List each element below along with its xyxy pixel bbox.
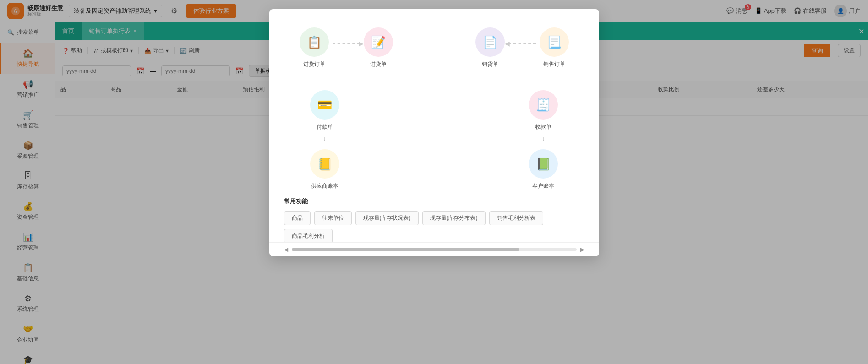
flow-row-2: 💳 付款单 ↓ 📒 供应商账本 <box>284 83 584 197</box>
payment-icon: 💳 <box>317 98 332 112</box>
main-area: 🔍 搜索菜单 🏠 快捷导航 📢 营销推广 🛒 销售管理 📦 采购管理 <box>0 22 868 364</box>
v-arrow-receipt: ↓ <box>476 76 506 83</box>
v-arrow-payment: ↓ <box>363 76 392 83</box>
sales-bill-node[interactable]: 📄 销货单 <box>472 22 508 76</box>
scroll-left-arrow[interactable]: ◀ <box>284 246 288 253</box>
v-arrow-customer: ↓ <box>542 135 545 142</box>
purchase-bill-circle: 📝 <box>364 27 393 57</box>
sales-bill-circle: 📄 <box>475 27 505 57</box>
scroll-thumb[interactable] <box>292 248 520 251</box>
scroll-track <box>292 248 577 251</box>
payment-circle: 💳 <box>310 90 339 120</box>
v-arrows-row: ↓ ↓ <box>284 76 584 83</box>
flow-row-1: 📋 进货订单 ▶ <box>284 22 584 76</box>
common-btn-sales-margin[interactable]: 销售毛利分析表 <box>489 211 543 225</box>
content-area: 首页 销售订单执行表 × ✕ ❓ 帮助 🖨 按模板打印 ▾ <box>55 22 868 364</box>
receipt-circle: 🧾 <box>529 90 558 120</box>
scroll-arrows: ◀ ▶ <box>284 246 584 253</box>
purchase-bill-node[interactable]: 📝 进货单 <box>360 22 397 76</box>
supplier-ledger-node[interactable]: 📒 供应商账本 <box>306 142 343 197</box>
scroll-track-container <box>292 248 577 251</box>
sales-order-circle: 📃 <box>540 27 569 57</box>
purchase-order-circle: 📋 <box>300 27 329 57</box>
customer-ledger-node[interactable]: 📗 客户账本 <box>525 142 562 197</box>
common-btn-counterparty[interactable]: 往来单位 <box>314 211 352 225</box>
supplier-ledger-icon: 📒 <box>317 157 332 171</box>
common-btn-product[interactable]: 商品 <box>284 211 311 225</box>
receipt-node[interactable]: 🧾 收款单 <box>525 83 562 138</box>
h-arrow-2: ◀ <box>508 43 536 44</box>
modal-scroll-area: 📋 进货订单 ▶ <box>269 22 599 242</box>
purchase-order-node[interactable]: 📋 进货订单 <box>296 22 333 76</box>
right-flow-pair: 📄 销货单 ◀ <box>472 22 573 76</box>
sales-bill-icon: 📄 <box>483 35 497 49</box>
common-btn-product-margin[interactable]: 商品毛利分析 <box>284 229 333 242</box>
h-arrow-1: ▶ <box>333 43 360 44</box>
common-functions-section: 常用功能 商品 往来单位 现存量(库存状况表) 现存量(库存分布表) 销售毛利分… <box>284 197 584 242</box>
left-flow-pair: 📋 进货订单 ▶ <box>296 22 397 76</box>
customer-ledger-icon: 📗 <box>536 157 551 171</box>
sales-order-node[interactable]: 📃 销售订单 <box>536 22 573 76</box>
common-btn-stock-dist[interactable]: 现存量(库存分布表) <box>422 211 486 225</box>
purchase-order-icon: 📋 <box>307 35 322 49</box>
flow-modal: 📋 进货订单 ▶ <box>269 22 599 256</box>
sales-order-icon: 📃 <box>547 35 562 49</box>
payment-node[interactable]: 💳 付款单 <box>306 83 343 138</box>
scroll-right-arrow[interactable]: ▶ <box>580 246 584 253</box>
common-btn-stock-status[interactable]: 现存量(库存状况表) <box>355 211 419 225</box>
purchase-bill-icon: 📝 <box>371 35 386 49</box>
v-arrow-supplier: ↓ <box>323 135 326 142</box>
customer-ledger-circle: 📗 <box>529 149 558 179</box>
supplier-ledger-circle: 📒 <box>310 149 339 179</box>
common-functions-title: 常用功能 <box>284 197 584 206</box>
left-col: 💳 付款单 ↓ 📒 供应商账本 <box>306 83 343 197</box>
modal-scrollbar: ◀ ▶ <box>269 242 599 256</box>
overlay: 📋 进货订单 ▶ <box>55 22 868 364</box>
receipt-icon: 🧾 <box>536 98 551 112</box>
common-btns-row1: 商品 往来单位 现存量(库存状况表) 现存量(库存分布表) 销售毛利分析表 商品… <box>284 211 584 242</box>
flow-diagram: 📋 进货订单 ▶ <box>284 22 584 197</box>
right-col: 🧾 收款单 ↓ 📗 客户账本 <box>525 83 562 197</box>
